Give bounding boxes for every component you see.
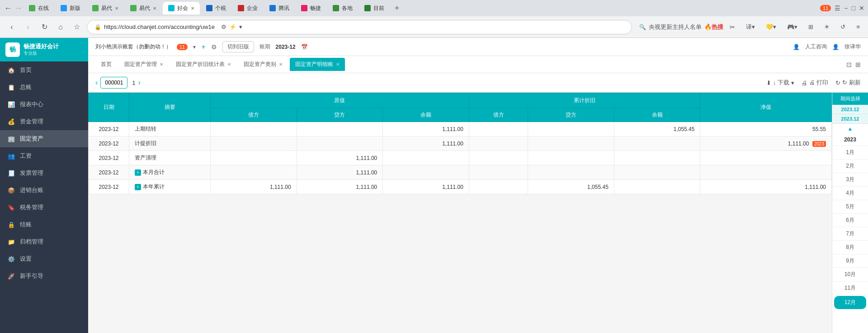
browser-tab-muqian[interactable]: 目前 (359, 2, 390, 14)
prev-page-btn[interactable]: ‹ (95, 79, 98, 87)
browser-tab-tengxun[interactable]: 腾讯 (264, 2, 295, 14)
app-tab-fixed-mgmt[interactable]: 固定资产管理 ✕ (119, 58, 169, 71)
dropdown-icon[interactable]: ▾ (239, 23, 242, 30)
sidebar-item-funds[interactable]: 💰 资金管理 (0, 113, 88, 130)
sidebar-item-home[interactable]: 🏠 首页 (0, 61, 88, 79)
sidebar-label-funds: 资金管理 (20, 117, 43, 126)
browser-tab-zaixin[interactable]: 在线 (24, 2, 54, 14)
download-dropdown-icon[interactable]: ▾ (791, 80, 794, 86)
settings-header-btn[interactable]: ⚙ (211, 43, 217, 51)
browser-tab-changjie[interactable]: 畅捷 (296, 2, 326, 14)
summary-icon: + (135, 184, 141, 190)
browser-tab-gedi[interactable]: 各地 (327, 2, 358, 14)
close-tab-haohui[interactable]: ✕ (191, 6, 194, 11)
switch-version-btn[interactable]: 切到旧版 (222, 41, 254, 52)
close-tab-category[interactable]: ✕ (279, 62, 283, 67)
menu-tool[interactable]: ≡ (854, 22, 863, 32)
sidebar-item-fixed-assets[interactable]: 🏢 固定资产 (0, 130, 88, 147)
sidebar-item-settings[interactable]: ⚙️ 设置 (0, 250, 88, 267)
period-month-4[interactable]: 4月 (832, 187, 868, 200)
browser-tab-geshui[interactable]: 个税 (201, 2, 231, 14)
sidebar-item-archive[interactable]: 📁 归档管理 (0, 233, 88, 250)
sidebar-item-close-accounts[interactable]: 🔒 结账 (0, 216, 88, 233)
grid-tool[interactable]: ⊞ (806, 22, 816, 32)
period-selected-end: 2023.12 (832, 114, 868, 124)
page-label: 1 (132, 80, 135, 86)
wallet-tool[interactable]: 💛▾ (763, 22, 779, 32)
period-month-5[interactable]: 5月 (832, 200, 868, 214)
period-month-8[interactable]: 8月 (832, 241, 868, 254)
address-input[interactable]: 🔒 https://cloud.chanjet.com/accounting/u… (87, 20, 632, 34)
col-balance1: 余额 (383, 108, 469, 122)
account-dropdown-btn[interactable]: ▾ (193, 44, 196, 50)
app-tab-category[interactable]: 固定资产类别 ✕ (238, 58, 288, 71)
period-month-9[interactable]: 9月 (832, 254, 868, 268)
tab-label-yidai1: 易代 (101, 5, 112, 12)
browser-tab-qiye[interactable]: 企业 (232, 2, 263, 14)
app-tab-detail[interactable]: 固定资产明细账 ✕ (290, 58, 345, 71)
table-row: 2023-12 +本月合计 1,111.00 (89, 165, 832, 180)
period-month-12[interactable]: 12月 (834, 296, 866, 310)
hot-search-label[interactable]: 🔥热搜 (704, 23, 723, 31)
sidebar-item-guide[interactable]: 🚀 新手引导 (0, 267, 88, 285)
sidebar-item-payroll[interactable]: 👥 工资 (0, 147, 88, 164)
period-month-6[interactable]: 6月 (832, 214, 868, 227)
close-tab-yidai1[interactable]: ✕ (115, 6, 118, 11)
forward-btn[interactable]: → (14, 4, 23, 13)
period-scroll-up[interactable]: ▲ (832, 124, 868, 134)
period-month-7[interactable]: 7月 (832, 227, 868, 241)
close-tab-yidai2[interactable]: ✕ (153, 6, 156, 11)
sidebar-label-guide: 新手引导 (20, 272, 43, 280)
minimize-btn[interactable]: − (844, 5, 848, 12)
print-btn[interactable]: 🖨 🖨 打印 (802, 79, 829, 87)
refresh-nav-btn[interactable]: ↻ (38, 21, 51, 33)
browser-tab-yidai1[interactable]: 易代 ✕ (87, 2, 124, 14)
sidebar: 畅 畅捷通好会计 专业版 🏠 首页 📋 总账 📊 报表中心 💰 资金管理 (0, 38, 88, 333)
back-btn[interactable]: ← (4, 4, 13, 13)
maximize-btn[interactable]: □ (852, 5, 855, 12)
bookmark-btn[interactable]: ☆ (71, 21, 83, 33)
brightness-tool[interactable]: ☀ (821, 22, 832, 32)
translate-tool[interactable]: 译▾ (743, 21, 758, 33)
period-month-2[interactable]: 2月 (832, 159, 868, 173)
sidebar-item-purchase-sale[interactable]: 📦 进销台账 (0, 182, 88, 199)
forward-nav-btn[interactable]: › (22, 21, 34, 33)
sidebar-item-tax[interactable]: 🔖 税务管理 (0, 199, 88, 216)
sidebar-item-invoice[interactable]: 🧾 发票管理 (0, 164, 88, 182)
period-month-10[interactable]: 10月 (832, 268, 868, 281)
calendar-icon[interactable]: 📅 (301, 44, 308, 50)
period-year-2023[interactable]: 2023 (832, 134, 868, 146)
window-menu-btn[interactable]: ☰ (835, 5, 840, 12)
close-window-btn[interactable]: ✕ (859, 5, 864, 12)
sidebar-item-ledger[interactable]: 📋 总账 (0, 79, 88, 96)
add-account-btn[interactable]: + (201, 43, 205, 51)
browser-tab-xinban[interactable]: 新版 (55, 2, 86, 14)
next-page-btn[interactable]: › (138, 79, 141, 87)
page-number-input[interactable] (100, 77, 127, 89)
game-tool[interactable]: 🎮▾ (784, 22, 800, 32)
tab-expand-icon[interactable]: ⊞ (855, 61, 861, 68)
support-label[interactable]: 人工咨询 (805, 43, 827, 51)
site-settings-icon[interactable]: ⚙ (221, 23, 226, 30)
tab-restore-icon[interactable]: ⊡ (846, 61, 852, 68)
close-tab-depreciation[interactable]: ✕ (227, 62, 231, 67)
period-month-1[interactable]: 1月 (832, 146, 868, 159)
sidebar-item-reports[interactable]: 📊 报表中心 (0, 96, 88, 113)
close-tab-fixed-mgmt[interactable]: ✕ (160, 62, 163, 67)
period-month-3[interactable]: 3月 (832, 173, 868, 187)
col-date: 日期 (89, 93, 129, 122)
close-tab-detail[interactable]: ✕ (336, 62, 340, 67)
browser-tab-yidai2[interactable]: 易代 ✕ (125, 2, 162, 14)
cell-debit2 (469, 180, 528, 194)
home-nav-btn[interactable]: ⌂ (54, 21, 67, 33)
back-nav-btn[interactable]: ‹ (5, 21, 18, 33)
app-tab-depreciation[interactable]: 固定资产折旧统计表 ✕ (170, 58, 236, 71)
period-month-11[interactable]: 11月 (832, 281, 868, 295)
scissors-tool[interactable]: ✂ (727, 22, 738, 33)
app-tab-home[interactable]: 首页 (95, 58, 117, 71)
refresh-btn[interactable]: ↻ ↻ 刷新 (835, 79, 861, 87)
undo-tool[interactable]: ↺ (838, 22, 848, 32)
new-tab-btn[interactable]: + (391, 2, 403, 14)
browser-tab-haohui[interactable]: 好会 ✕ (163, 2, 200, 14)
download-btn[interactable]: ⬇ ↓ 下载 ▾ (766, 79, 794, 87)
